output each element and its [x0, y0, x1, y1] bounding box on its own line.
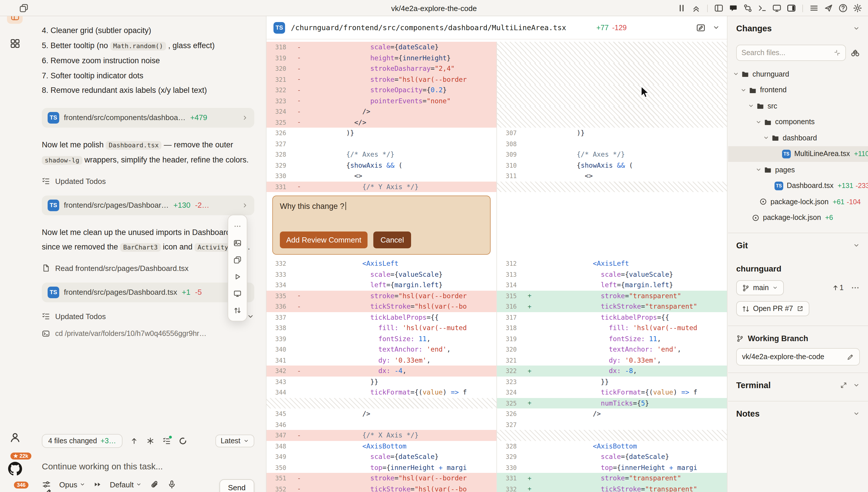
- palette-copy-icon[interactable]: [229, 251, 245, 268]
- spinner-icon[interactable]: [179, 437, 187, 445]
- tree-folder-components[interactable]: components: [728, 114, 868, 130]
- diff-cell: 315+ stroke="transparent": [496, 290, 727, 301]
- checklist-icon-with-dot[interactable]: [163, 437, 171, 445]
- diff-cell: 335- stroke="hsl(var(--border: [266, 290, 496, 301]
- read-file-row[interactable]: Read frontend/src/pages/Dashboard.tsx: [42, 264, 254, 272]
- terminal-command-row[interactable]: cd /private/var/folders/10/h7w0q46556ggr…: [42, 329, 254, 337]
- tree-file-MultiLineArea.tsx[interactable]: TSMultiLineArea.tsx+110-162: [728, 146, 868, 162]
- diff-cell: 333 scale={valueScale}: [266, 269, 496, 280]
- changes-section-header[interactable]: Changes: [728, 16, 868, 37]
- panel-right-icon[interactable]: [787, 3, 796, 13]
- chat-bubble-icon[interactable]: [729, 3, 738, 13]
- collapse-panels-icon[interactable]: [691, 3, 701, 13]
- palette-run-icon[interactable]: [229, 268, 245, 285]
- mode-picker[interactable]: Default: [110, 480, 142, 489]
- palette-compare-icon[interactable]: [229, 302, 245, 319]
- git-section-header[interactable]: Git: [728, 233, 868, 254]
- tree-file-package-lock.json[interactable]: package-lock.json+6: [728, 210, 868, 226]
- line-number: 330: [497, 464, 522, 471]
- diff-cell: 343 }}: [266, 376, 496, 387]
- files-changed-pill[interactable]: 4 files changed +3…: [42, 434, 122, 448]
- fast-forward-icon[interactable]: [93, 481, 101, 489]
- github-button[interactable]: [7, 461, 23, 476]
- mic-icon[interactable]: [167, 480, 177, 489]
- share-icon[interactable]: [824, 3, 833, 13]
- tree-folder-src[interactable]: src: [728, 98, 868, 114]
- code-line: </>: [306, 118, 496, 126]
- settings-icon[interactable]: [853, 3, 862, 13]
- code-line: tickFormat={(value) => f: [537, 389, 727, 397]
- diff-cell: [496, 192, 727, 258]
- asterisk-icon[interactable]: [146, 437, 155, 445]
- paperclip-icon[interactable]: [150, 480, 159, 489]
- diff-cell: 320 textAnchor: 'end',: [496, 344, 727, 355]
- todo-row[interactable]: Updated Todos: [42, 312, 254, 321]
- expand-icon[interactable]: [840, 382, 847, 389]
- annotate-icon[interactable]: [696, 23, 705, 32]
- open-pr-button[interactable]: Open PR #7: [736, 301, 810, 316]
- arrow-up-icon[interactable]: [130, 437, 138, 445]
- file-path: frontend/src/components/dashboa…: [64, 113, 186, 122]
- removed-count: -2…: [195, 201, 209, 210]
- tree-folder-frontend[interactable]: frontend: [728, 82, 868, 98]
- diff-cell: 316+ tickStroke="transparent": [496, 301, 727, 312]
- tree-folder-churnguard[interactable]: churnguard: [728, 66, 868, 82]
- board-button[interactable]: [7, 35, 23, 51]
- chevron-down-icon: [247, 313, 254, 320]
- file-change-chip[interactable]: TSfrontend/src/pages/Dashboar…+130-2…: [42, 195, 254, 215]
- send-button[interactable]: Send: [219, 479, 254, 492]
- folder-icon: [764, 166, 772, 174]
- binoculars-icon[interactable]: [850, 48, 860, 57]
- palette-more-icon[interactable]: [229, 218, 245, 235]
- pause-icon[interactable]: [677, 3, 686, 13]
- diff-cell: 339 fontSize: 11,: [266, 333, 496, 344]
- model-picker[interactable]: Opus: [59, 480, 85, 489]
- windows-icon[interactable]: [19, 3, 28, 13]
- todo-row[interactable]: Updated Todos: [42, 177, 254, 186]
- menu-icon[interactable]: [810, 3, 819, 13]
- pencil-icon[interactable]: [43, 488, 52, 492]
- cancel-button[interactable]: Cancel: [374, 231, 411, 248]
- diff-cell: [496, 106, 727, 117]
- terminal-icon[interactable]: [758, 3, 767, 13]
- working-branch-value[interactable]: vk/4e2a-explore-the-code: [736, 348, 860, 366]
- diff-row: 324- />: [266, 106, 727, 117]
- file-change-chip[interactable]: TSfrontend/src/pages/Dashboard.tsx+1-5: [42, 282, 254, 302]
- notes-section-header[interactable]: Notes: [728, 401, 868, 422]
- collapse-tree-icon[interactable]: [834, 49, 841, 56]
- search-files-input[interactable]: Search files...: [736, 45, 846, 61]
- latest-dropdown[interactable]: Latest: [215, 435, 254, 447]
- code-line: scale={valueScale}: [306, 270, 496, 278]
- add-review-comment-button[interactable]: Add Review Comment: [280, 231, 368, 248]
- chevron-down-icon: [772, 285, 778, 291]
- diff-sign: -: [292, 87, 306, 94]
- diff-sign: -: [292, 108, 306, 116]
- account-button[interactable]: [7, 429, 23, 445]
- tree-file-Dashboard.tsx[interactable]: TSDashboard.tsx+131-233: [728, 178, 868, 194]
- diff-cell: 331+ stroke="transparent": [496, 473, 727, 484]
- help-icon[interactable]: [838, 3, 848, 13]
- terminal-section-header[interactable]: Terminal: [728, 373, 868, 394]
- display-icon[interactable]: [772, 3, 781, 13]
- code-line: scale={dateScale}: [306, 43, 496, 51]
- branch-more-menu[interactable]: [850, 283, 860, 292]
- edit-branch-icon[interactable]: [846, 353, 854, 361]
- review-comment-box[interactable]: Why this change ?Add Review CommentCance…: [272, 196, 491, 255]
- code-line: {showAxis && (: [537, 161, 727, 169]
- chevron-down-icon[interactable]: [712, 24, 720, 31]
- palette-display-icon[interactable]: [229, 285, 245, 302]
- palette-screenshot-icon[interactable]: [229, 235, 245, 251]
- branch-selector[interactable]: main: [736, 280, 784, 295]
- tree-file-package-lock.json[interactable]: package-lock.json+61-104: [728, 194, 868, 210]
- working-branch-label: Working Branch: [748, 334, 808, 343]
- diff-row: 320- strokeDasharray="2,4": [266, 63, 727, 74]
- panel-left-icon[interactable]: [714, 3, 723, 13]
- git-compare-icon[interactable]: [743, 3, 752, 13]
- comment-input[interactable]: Why this change ?: [280, 202, 483, 211]
- composer-input[interactable]: Continue working on this task...: [42, 461, 254, 471]
- tree-folder-pages[interactable]: pages: [728, 162, 868, 178]
- file-change-chip[interactable]: TSfrontend/src/components/dashboa…+479: [42, 107, 254, 127]
- board-icon: [9, 38, 20, 48]
- diff-cell: 328 <AxisBottom: [496, 441, 727, 451]
- tree-folder-dashboard[interactable]: dashboard: [728, 130, 868, 146]
